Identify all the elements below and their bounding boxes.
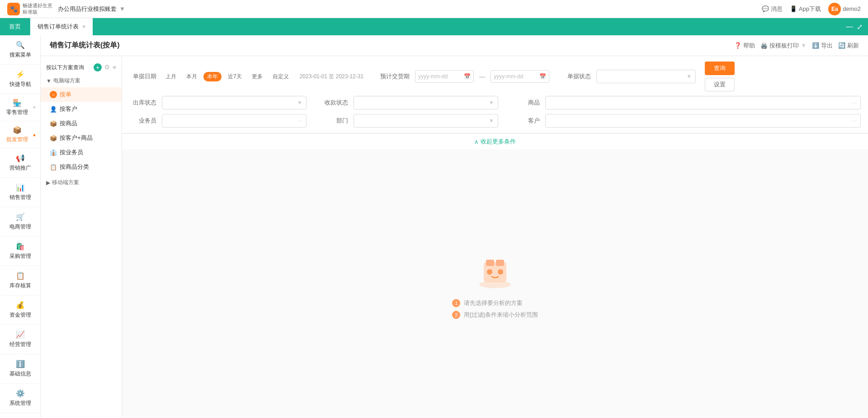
customer-label: 客户	[513, 117, 540, 125]
sidebar-item-marketing[interactable]: 📢 营销推广	[0, 148, 40, 178]
goods-select[interactable]: ···	[545, 96, 861, 109]
help-button[interactable]: ❓ 帮助	[734, 42, 755, 50]
status-select[interactable]: ▼	[596, 70, 696, 83]
sidebar-item-purchase[interactable]: 🛍️ 采购管理	[0, 237, 40, 266]
by-order-icon: ○	[50, 91, 57, 98]
tab-sales-stats[interactable]: 销售订单统计表 ×	[30, 18, 93, 35]
empty-illustration	[472, 248, 518, 294]
collapse-bar[interactable]: ∧ 收起更多条件	[122, 133, 868, 149]
tab-home[interactable]: 首页	[0, 18, 30, 35]
refresh-button[interactable]: 🔄 刷新	[838, 42, 859, 50]
wholesale-expand-icon: ▲	[32, 132, 37, 137]
sidebar-item-collab[interactable]: 🤝 企业协同	[0, 413, 40, 418]
by-customer-icon: 👤	[50, 106, 57, 113]
status-dropdown-icon: ▼	[686, 73, 692, 80]
section-arrow[interactable]: ▼	[46, 78, 52, 84]
export-button[interactable]: ⬇️ 导出	[812, 42, 833, 50]
tree-item-by-customer[interactable]: 👤 按客户	[41, 102, 122, 116]
delivery-dropdown-icon: ▼	[297, 100, 302, 106]
mobile-section-arrow[interactable]: ▶	[46, 180, 50, 186]
empty-svg	[472, 248, 518, 294]
date-tag-lastmonth[interactable]: 上月	[162, 72, 180, 81]
sidebar-item-operations[interactable]: 📈 经营管理	[0, 325, 40, 354]
dept-label: 部门	[321, 117, 348, 125]
tree-collapse-icon[interactable]: «	[113, 63, 116, 71]
tree-section-desktop: ▼ 电脑端方案	[41, 74, 122, 87]
date-tag-thisyear[interactable]: 本年	[203, 72, 222, 81]
main-layout: 🔍 搜索菜单 ⚡ 快捷导航 🏪 零售管理 ▼ 📦 批发管理 ▲ 📢 营销推广	[0, 35, 868, 418]
filter-row-2: 出库状态 ▼ 收款状态 ▼ 商品 ···	[129, 96, 861, 109]
tree-item-by-category[interactable]: 📋 按商品分类	[41, 160, 122, 174]
svg-point-5	[498, 269, 503, 275]
query-button[interactable]: 查询	[705, 62, 735, 75]
tab-minimize-icon[interactable]: —	[846, 23, 853, 31]
inner-layout: 按以下方案查询 + ⊙ « ▼ 电脑端方案 ○ 按单	[41, 56, 868, 418]
expected-date-start[interactable]: yyyy-mm-dd 📅	[415, 70, 474, 83]
tree-header: 按以下方案查询 + ⊙ «	[41, 61, 122, 74]
print-icon: 🖨️	[760, 42, 768, 49]
date-label: 单据日期	[129, 72, 156, 81]
sidebar-item-wholesale[interactable]: 📦 批发管理 ▲	[0, 121, 40, 148]
filter-row-3: 业务员 ··· 部门 ▼ 客户 ···	[129, 114, 861, 128]
date-tag-7days[interactable]: 近7天	[224, 72, 245, 81]
empty-state: 1 请先选择要分析的方案 2 用[过滤]条件来缩小分析范围	[122, 149, 868, 418]
empty-step-2: 2 用[过滤]条件来缩小分析范围	[452, 311, 538, 319]
customer-select[interactable]: ···	[545, 114, 861, 128]
collection-select[interactable]: ▼	[354, 96, 498, 109]
sidebar-item-base-info[interactable]: ℹ️ 基础信息	[0, 354, 40, 384]
tab-maximize-icon[interactable]: ⤢	[857, 23, 863, 31]
user-area[interactable]: Ea demo2	[828, 3, 861, 15]
export-icon: ⬇️	[812, 42, 819, 49]
help-icon: ❓	[734, 42, 741, 49]
sidebar-item-inventory[interactable]: 📋 库存核算	[0, 266, 40, 295]
empty-step-1: 1 请先选择要分析的方案	[452, 299, 538, 307]
sales-icon: 📊	[16, 183, 25, 192]
tree-settings-icon[interactable]: ⊙	[104, 63, 110, 71]
expected-date-end[interactable]: yyyy-mm-dd 📅	[491, 70, 549, 83]
settings-button[interactable]: 设置	[705, 78, 735, 91]
date-tag-custom[interactable]: 自定义	[269, 72, 292, 81]
salesman-more-icon[interactable]: ···	[298, 118, 302, 124]
sidebar-item-search[interactable]: 🔍 搜索菜单	[0, 35, 40, 65]
left-panel: 按以下方案查询 + ⊙ « ▼ 电脑端方案 ○ 按单	[41, 56, 122, 418]
tree-add-icon[interactable]: +	[94, 63, 102, 71]
sidebar-item-finance[interactable]: 💰 资金管理	[0, 295, 40, 325]
tree-item-by-salesman[interactable]: 👔 按业务员	[41, 145, 122, 160]
print-dropdown-icon: ▼	[801, 42, 807, 49]
svg-rect-3	[496, 260, 504, 266]
print-button[interactable]: 🖨️ 按模板打印 ▼	[760, 42, 807, 50]
sidebar-item-ecommerce[interactable]: 🛒 电商管理	[0, 207, 40, 237]
refresh-icon: 🔄	[838, 42, 845, 49]
customer-more-icon[interactable]: ···	[852, 118, 857, 124]
delivery-select[interactable]: ▼	[162, 96, 307, 109]
goods-more-icon[interactable]: ···	[852, 100, 857, 106]
sidebar-item-retail[interactable]: 🏪 零售管理 ▼	[0, 94, 40, 121]
message-action[interactable]: 💬 消息	[762, 5, 783, 13]
tree-item-by-customer-goods[interactable]: 📦 按客户+商品	[41, 131, 122, 145]
tab-bar-actions: — ⤢	[846, 23, 868, 31]
dept-select[interactable]: ▼	[354, 114, 498, 128]
retail-icon: 🏪	[13, 99, 22, 107]
salesman-label: 业务员	[129, 117, 156, 125]
top-bar: 🐾 畅捷通好生意 标准版 办公用品行业模拟账套 ▼ 💬 消息 📱 App下载 E…	[0, 0, 868, 18]
tab-close-icon[interactable]: ×	[82, 24, 85, 30]
collection-dropdown-icon: ▼	[489, 100, 494, 106]
sidebar-item-sales[interactable]: 📊 销售管理	[0, 178, 40, 207]
date-range-display: 2023-01-01 至 2023-12-31	[300, 73, 363, 81]
tree-item-by-goods[interactable]: 📦 按商品	[41, 116, 122, 131]
breadcrumb-dropdown-icon[interactable]: ▼	[119, 5, 125, 12]
sidebar-item-quicknav[interactable]: ⚡ 快捷导航	[0, 65, 40, 94]
tree-title-text: 按以下方案查询	[46, 64, 84, 71]
goods-label: 商品	[513, 99, 540, 107]
sidebar-item-system[interactable]: ⚙️ 系统管理	[0, 384, 40, 413]
date-tag-more[interactable]: 更多	[248, 72, 266, 81]
app-download-action[interactable]: 📱 App下载	[790, 5, 821, 13]
salesman-select[interactable]: ···	[162, 114, 307, 128]
tree-icons: + ⊙ «	[94, 63, 116, 71]
operations-icon: 📈	[16, 330, 25, 339]
calendar-icon-2: 📅	[539, 73, 546, 80]
logo-icon: 🐾	[7, 3, 20, 15]
date-tag-thismonth[interactable]: 本月	[183, 72, 201, 81]
tree-item-by-order[interactable]: ○ 按单	[41, 87, 122, 102]
svg-point-4	[487, 269, 492, 275]
